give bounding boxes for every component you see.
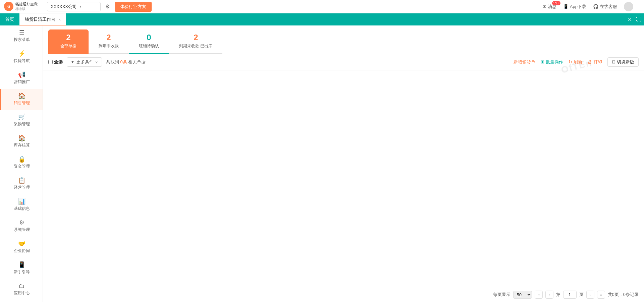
sidebar-item-operations[interactable]: 📋 经营管理 <box>0 173 43 194</box>
select-all-input[interactable] <box>48 60 53 64</box>
main-layout: ☰ 搜索菜单 ⚡ 快捷导航 📢 营销推广 🏠 销售管理 🛒 采购管理 🏠 库存核… <box>0 25 644 302</box>
stat-num-pending: 0 <box>147 33 151 43</box>
nav-tabs-bar: 首页 钱货日清工作台 × ✕ ⛶ <box>0 13 644 25</box>
print-label: 打印 <box>593 59 602 65</box>
found-count: 0条 <box>120 59 127 64</box>
prev-page-icon: ‹ <box>548 292 550 297</box>
message-badge: 99+ <box>552 1 560 5</box>
print-icon: 🖨 <box>588 59 592 64</box>
online-service-button[interactable]: 🎧 在线客服 <box>593 4 617 10</box>
filter-label: 更多条件 <box>76 59 94 65</box>
company-name: XXXXXX公司 <box>51 4 77 10</box>
sidebar-item-basic-info[interactable]: 📊 基础信息 <box>0 194 43 216</box>
finance-label: 资金管理 <box>14 164 30 169</box>
logo-icon: 6 <box>4 2 13 11</box>
next-page-icon: › <box>589 292 591 297</box>
stat-card-outbound[interactable]: 2 到期未收款 已出库 <box>169 29 222 54</box>
stats-bar: 2 全部单据 2 到期未收款 0 旺铺待确认 2 到期未收款 已出库 <box>43 25 644 54</box>
finance-icon: 🔒 <box>18 156 25 162</box>
guide-icon: 📱 <box>18 262 25 268</box>
active-tab-label: 钱货日清工作台 <box>25 16 55 22</box>
select-all-checkbox[interactable]: 全选 <box>48 59 63 65</box>
refresh-icon: ↻ <box>569 59 572 64</box>
operations-icon: 📋 <box>18 177 25 183</box>
sidebar-item-guide[interactable]: 📱 新手引导 <box>0 258 43 279</box>
stat-label-outbound: 到期未收款 已出库 <box>179 43 212 49</box>
tab-close-icon[interactable]: × <box>59 17 61 21</box>
settings-gear-button[interactable]: ⚙ <box>103 2 113 12</box>
add-sales-order-button[interactable]: + 新增销货单 <box>510 59 535 65</box>
company-selector[interactable]: XXXXXX公司 ▼ <box>47 2 101 11</box>
select-all-label: 全选 <box>54 59 63 65</box>
app-download-button[interactable]: 📱 App下载 <box>563 4 586 10</box>
system-label: 系统管理 <box>14 227 30 233</box>
nav-expand-icon[interactable]: ⛶ <box>636 16 641 22</box>
last-page-icon: » <box>600 292 602 297</box>
sidebar-item-enterprise[interactable]: 🤝 企业协同 <box>0 237 43 258</box>
page-number-input[interactable] <box>563 291 577 299</box>
next-page-button[interactable]: › <box>586 291 594 299</box>
marketing-label: 营销推广 <box>14 79 30 85</box>
filter-icon: ▼ <box>70 59 75 64</box>
switch-icon: ⊡ <box>612 59 615 64</box>
inventory-icon: 🏠 <box>18 135 25 141</box>
first-page-button[interactable]: « <box>535 291 543 299</box>
quick-nav-icon: ⚡ <box>18 51 25 57</box>
logo-title: 畅捷通好生意 <box>15 2 38 6</box>
print-button[interactable]: 🖨 打印 <box>588 59 602 65</box>
home-tab-label: 首页 <box>5 16 14 22</box>
last-page-button[interactable]: » <box>597 291 605 299</box>
toolbar: 全选 ▼ 更多条件 ∨ 共找到 0条 相关单据 + 新增销货单 ⊞ 批量操作 <box>43 54 644 70</box>
sidebar-item-app-center[interactable]: 🗂 应用中心 <box>0 279 43 300</box>
enterprise-label: 企业协同 <box>14 248 30 254</box>
tab-qian-huo[interactable]: 钱货日清工作台 × <box>19 13 66 25</box>
page-suffix: 页 <box>579 292 584 298</box>
nav-close-icon[interactable]: ✕ <box>628 16 632 23</box>
sidebar-item-inventory[interactable]: 🏠 库存核算 <box>0 131 43 152</box>
pagination-bar: 每页显示 50 20 100 « ‹ 第 页 › » 共0页，0条记录 <box>43 287 644 302</box>
prev-page-button[interactable]: ‹ <box>545 291 553 299</box>
stat-num-all: 2 <box>66 33 70 43</box>
sidebar-item-sales[interactable]: 🏠 销售管理 <box>0 89 43 110</box>
stat-card-pending[interactable]: 0 旺铺待确认 <box>129 29 169 54</box>
sidebar-item-purchase[interactable]: 🛒 采购管理 <box>0 110 43 131</box>
stat-card-overdue[interactable]: 2 到期未收款 <box>89 29 129 54</box>
user-avatar[interactable] <box>624 2 633 11</box>
inventory-label: 库存核算 <box>14 142 30 148</box>
sidebar-item-wechat[interactable]: 💬 企业微信 <box>0 300 43 302</box>
app-download-label: App下载 <box>570 4 586 10</box>
per-page-select[interactable]: 50 20 100 <box>513 291 532 299</box>
switch-version-button[interactable]: ⊡ 切换新版 <box>607 57 639 67</box>
logo-area: 6 畅捷通好生意 标准版 <box>4 2 47 11</box>
stat-label-overdue: 到期未收款 <box>99 43 119 49</box>
message-icon: ✉ <box>543 4 546 9</box>
search-menu-label: 搜索菜单 <box>14 37 30 43</box>
refresh-button[interactable]: ↻ 刷新 <box>569 59 582 65</box>
table-area <box>43 70 644 287</box>
page-label: 第 <box>556 292 560 298</box>
sidebar-item-system[interactable]: ⚙ 系统管理 <box>0 216 43 237</box>
app-center-label: 应用中心 <box>14 290 30 296</box>
message-button[interactable]: ✉ 消息 99+ <box>543 4 556 10</box>
filter-button[interactable]: ▼ 更多条件 ∨ <box>67 57 102 67</box>
sidebar-item-marketing[interactable]: 📢 营销推广 <box>0 68 43 89</box>
tab-home[interactable]: 首页 <box>0 13 19 25</box>
headset-icon: 🎧 <box>593 4 598 9</box>
first-page-icon: « <box>537 292 540 297</box>
sidebar-item-search-menu[interactable]: ☰ 搜索菜单 <box>0 25 43 47</box>
stat-card-all[interactable]: 2 全部单据 <box>48 29 89 54</box>
stat-num-outbound: 2 <box>194 33 198 43</box>
toolbar-right: + 新增销货单 ⊞ 批量操作 ↻ 刷新 🖨 打印 ⊡ 切换新版 <box>510 57 639 67</box>
per-page-label: 每页显示 <box>493 292 511 298</box>
search-menu-icon: ☰ <box>19 29 24 36</box>
content-area: 2 全部单据 2 到期未收款 0 旺铺待确认 2 到期未收款 已出库 全选 <box>43 25 644 302</box>
service-label: 在线客服 <box>600 4 617 10</box>
guide-label: 新手引导 <box>14 269 30 275</box>
batch-operation-button[interactable]: ⊞ 批量操作 <box>541 59 563 65</box>
sidebar-item-finance[interactable]: 🔒 资金管理 <box>0 152 43 173</box>
phone-icon: 📱 <box>563 4 569 9</box>
batch-label: 批量操作 <box>546 59 563 65</box>
app-center-icon: 🗂 <box>19 283 25 289</box>
trial-button[interactable]: 体验行业方案 <box>115 2 152 12</box>
sidebar-item-quick-nav[interactable]: ⚡ 快捷导航 <box>0 47 43 68</box>
